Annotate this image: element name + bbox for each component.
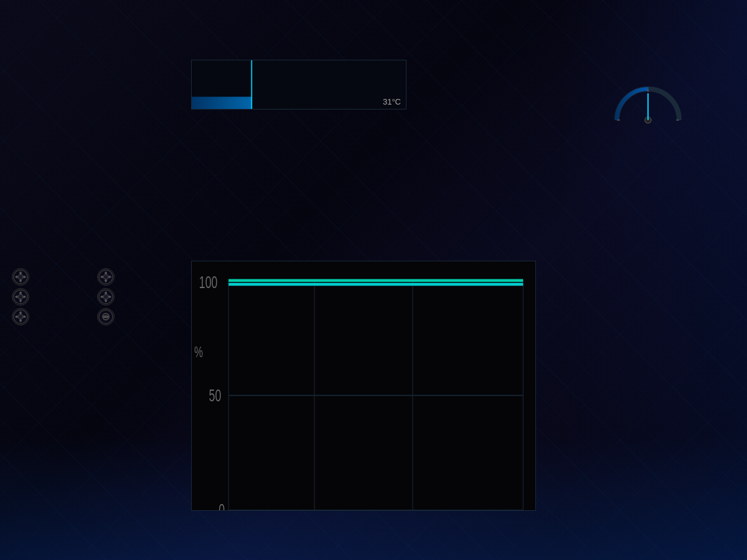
cpu-opt-fan-icon — [12, 308, 29, 325]
svg-point-6 — [103, 274, 108, 279]
svg-point-8 — [18, 294, 23, 299]
cha2-fan-icon — [12, 288, 29, 306]
svg-point-12 — [18, 314, 23, 319]
cpu-temp-value: 31°C — [383, 97, 401, 106]
speedometer[interactable] — [556, 80, 740, 126]
svg-rect-1 — [192, 97, 251, 110]
svg-point-4 — [18, 274, 23, 279]
aio-pump-icon — [97, 308, 115, 325]
cpu-fan-chart: 100 50 0 0 30 70 100 % — [191, 261, 536, 511]
cpu-fan-icon — [12, 268, 29, 286]
cha1-fan-icon — [97, 268, 115, 286]
svg-text:0: 0 — [218, 500, 225, 510]
svg-point-15 — [105, 315, 107, 318]
svg-point-10 — [103, 294, 108, 299]
svg-text:%: % — [194, 343, 203, 360]
svg-text:100: 100 — [199, 273, 218, 292]
cpu-fan-section: CPU FAN — [191, 245, 536, 527]
cha3-fan-icon — [97, 288, 115, 306]
svg-text:50: 50 — [209, 386, 222, 405]
